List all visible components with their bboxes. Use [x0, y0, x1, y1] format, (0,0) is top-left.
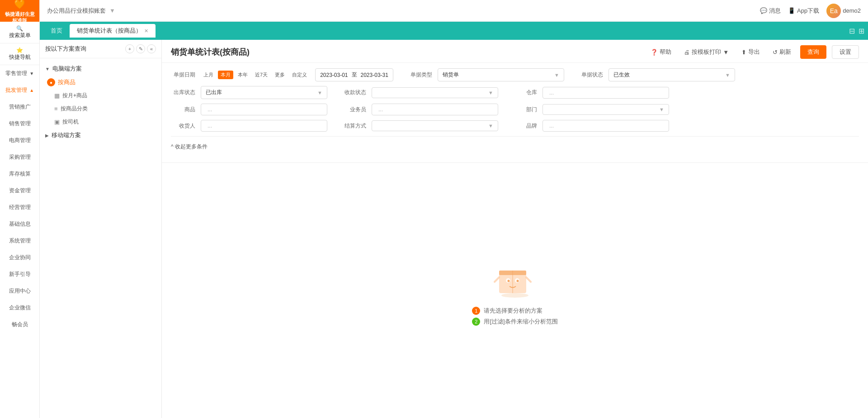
- topbar-actions: 💬 消息 📱 App下载 Ea demo2: [760, 4, 861, 18]
- collapse-button[interactable]: ^ 收起更多条件: [171, 139, 859, 154]
- refresh-button[interactable]: ↺ 刷新: [769, 46, 795, 58]
- warehouse-dots[interactable]: ...: [547, 90, 556, 96]
- app-download-button[interactable]: 📱 App下载: [788, 7, 819, 15]
- sidebar-item-quick-nav[interactable]: ⭐ 快捷导航: [0, 43, 39, 65]
- quick-nav-label: 快捷导航: [3, 53, 37, 61]
- this-year-btn[interactable]: 本年: [235, 71, 250, 79]
- salesman-dots[interactable]: ...: [377, 106, 385, 113]
- brand-input[interactable]: ...: [542, 120, 669, 132]
- brand-dots[interactable]: ...: [547, 123, 556, 129]
- app-logo: 🧡 畅捷通好生意 标准版: [0, 0, 39, 22]
- user-profile[interactable]: Ea demo2: [826, 4, 861, 18]
- tab-home[interactable]: 首页: [43, 24, 70, 38]
- member-label: 畅会员: [3, 321, 37, 328]
- goods-dots[interactable]: ...: [206, 106, 214, 113]
- date-from: 2023-03-01: [320, 72, 348, 78]
- edit-scheme-button[interactable]: ✎: [136, 44, 145, 53]
- empty-step-1: 1 请先选择要分析的方案: [472, 307, 557, 315]
- filter-row-2: 出库状态 已出库 ▼ 收款状态 ▼ 仓库 ...: [171, 86, 859, 99]
- sidebar-item-wechat[interactable]: 企业微信: [0, 299, 39, 316]
- sidebar-item-purchase[interactable]: 采购管理: [0, 149, 39, 166]
- scheme-by-goods[interactable]: ● 按商品: [40, 76, 161, 89]
- warehouse-input[interactable]: ...: [542, 87, 669, 99]
- more-btn[interactable]: 更多: [272, 71, 288, 79]
- sidebar-item-guide[interactable]: 新手引导: [0, 266, 39, 283]
- type-value: 销货单: [443, 71, 459, 79]
- operations-label: 经营管理: [3, 204, 37, 211]
- tab-collapse-button[interactable]: ⊟: [849, 27, 855, 35]
- app-download-label: App下载: [797, 7, 819, 15]
- collapse-row: ^ 收起更多条件: [171, 136, 859, 157]
- filter-area: 单据日期 上月 本月 本年 近7天 更多 自定义 2023-03-01 至 20…: [162, 63, 868, 163]
- custom-btn[interactable]: 自定义: [289, 71, 310, 79]
- scheme-by-category[interactable]: ≡ 按商品分类: [40, 102, 161, 115]
- sidebar-item-wholesale[interactable]: 批发管理 ▲: [0, 82, 39, 99]
- out-status-select[interactable]: 已出库 ▼: [201, 86, 327, 99]
- add-scheme-button[interactable]: +: [125, 44, 134, 53]
- sidebar-item-inventory[interactable]: 库存核算: [0, 166, 39, 182]
- scheme-by-month-goods[interactable]: ▦ 按月+商品: [40, 89, 161, 102]
- out-status-arrow: ▼: [317, 90, 322, 95]
- svg-line-8: [526, 277, 531, 282]
- box-icon: ▣: [54, 119, 60, 125]
- grid-icon: ▦: [54, 92, 60, 99]
- empty-illustration: [492, 252, 538, 298]
- settings-button[interactable]: 设置: [832, 45, 859, 59]
- type-dropdown-arrow: ▼: [554, 72, 559, 78]
- export-button[interactable]: ⬆ 导出: [738, 46, 764, 58]
- apps-label: 应用中心: [3, 287, 37, 295]
- tree-label-pc: 电脑端方案: [52, 65, 82, 73]
- query-button[interactable]: 查询: [800, 45, 826, 59]
- tab-expand-button[interactable]: ⊞: [859, 27, 864, 35]
- date-range-input[interactable]: 2023-03-01 至 2023-03-31: [315, 68, 393, 81]
- receiver-label: 收货人: [171, 122, 195, 130]
- receiver-input[interactable]: ...: [201, 120, 327, 132]
- sidebar-item-member[interactable]: 畅会员: [0, 316, 39, 333]
- left-panel-icons: + ✎ «: [125, 44, 156, 53]
- tree-parent-mobile[interactable]: ▶ 移动端方案: [40, 128, 161, 142]
- status-select[interactable]: 已生效 ▼: [609, 68, 735, 81]
- tabbar: 首页 销货单统计表（按商品） ✕ ⊟ ⊞: [40, 22, 868, 40]
- sidebar-item-system[interactable]: 系统管理: [0, 233, 39, 249]
- download-icon: 📱: [788, 7, 795, 14]
- receipt-status-select[interactable]: ▼: [372, 87, 498, 98]
- last-month-btn[interactable]: 上月: [201, 71, 216, 79]
- type-select[interactable]: 销货单 ▼: [438, 68, 564, 81]
- sidebar-item-sales[interactable]: 销售管理: [0, 115, 39, 132]
- salesman-input[interactable]: ...: [372, 104, 498, 115]
- help-button[interactable]: ❓ 帮助: [647, 46, 675, 58]
- date-quick-buttons: 上月 本月 本年 近7天 更多 自定义: [201, 71, 310, 79]
- tree-label-mobile: 移动端方案: [52, 131, 81, 139]
- scheme-by-driver[interactable]: ▣ 按司机: [40, 115, 161, 128]
- sidebar-item-finance[interactable]: 资金管理: [0, 182, 39, 199]
- sidebar-item-apps[interactable]: 应用中心: [0, 283, 39, 299]
- warehouse-label: 仓库: [513, 89, 537, 96]
- dept-arrow: ▼: [659, 107, 664, 112]
- receiver-dots[interactable]: ...: [206, 123, 214, 129]
- payment-select[interactable]: ▼: [372, 120, 498, 131]
- page-actions: ❓ 帮助 🖨 按模板打印 ▼ ⬆ 导出 ↺ 刷新: [647, 45, 859, 59]
- dept-select[interactable]: ▼: [542, 104, 669, 115]
- tree-parent-pc[interactable]: ▼ 电脑端方案: [40, 62, 161, 76]
- sidebar-item-operations[interactable]: 经营管理: [0, 199, 39, 216]
- this-month-btn[interactable]: 本月: [218, 71, 233, 79]
- sidebar-item-search[interactable]: 🔍 搜索菜单: [0, 22, 39, 43]
- sidebar-item-retail[interactable]: 零售管理 ▼: [0, 65, 39, 82]
- collapse-panel-button[interactable]: «: [147, 44, 156, 53]
- tab-active[interactable]: 销货单统计表（按商品） ✕: [70, 24, 156, 38]
- sidebar-item-ecommerce[interactable]: 电商管理: [0, 132, 39, 149]
- list-icon: ≡: [54, 105, 58, 112]
- print-button[interactable]: 🖨 按模板打印 ▼: [680, 46, 732, 58]
- sidebar-item-enterprise[interactable]: 企业协同: [0, 249, 39, 266]
- goods-input[interactable]: ...: [201, 104, 327, 115]
- dept-label: 部门: [513, 106, 537, 114]
- sidebar-item-basic[interactable]: 基础信息: [0, 216, 39, 233]
- last7-btn[interactable]: 近7天: [252, 71, 270, 79]
- topbar: 办公用品行业模拟账套 ▼ 💬 消息 📱 App下载 Ea demo2: [40, 0, 868, 22]
- step-1-icon: 1: [472, 307, 480, 315]
- salesman-label: 业务员: [342, 106, 366, 114]
- messages-button[interactable]: 💬 消息: [760, 7, 781, 15]
- tab-close-icon[interactable]: ✕: [144, 28, 148, 34]
- sidebar-item-marketing[interactable]: 营销推广: [0, 99, 39, 115]
- filter-row-1: 单据日期 上月 本月 本年 近7天 更多 自定义 2023-03-01 至 20…: [171, 68, 859, 81]
